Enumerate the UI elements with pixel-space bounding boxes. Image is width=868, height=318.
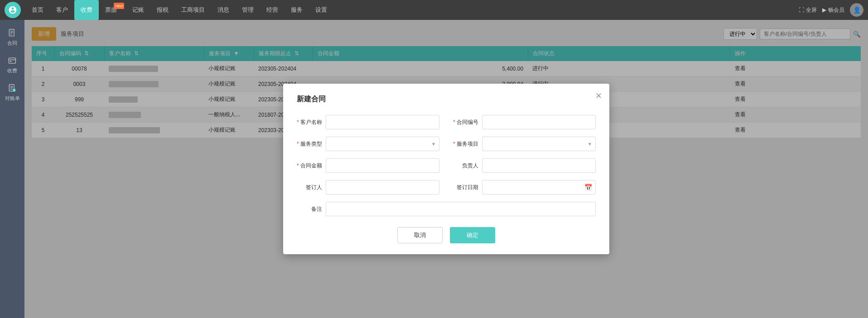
contract-icon (7, 28, 17, 38)
member-button[interactable]: ▶ 畅会员 (822, 6, 844, 14)
left-sidebar: 合同 收费 $ (0, 20, 24, 318)
label-service-item: 服务项目 (453, 140, 478, 148)
user-avatar[interactable]: 👤 (850, 3, 863, 17)
nav-tax[interactable]: 报税 (150, 0, 175, 20)
label-service-type: 服务类型 (297, 140, 322, 148)
modal-footer: 取消 确定 (297, 227, 596, 243)
confirm-button[interactable]: 确定 (450, 227, 495, 243)
calendar-icon[interactable]: 📅 (584, 184, 592, 191)
input-contract-no[interactable] (482, 115, 596, 129)
sidebar-item-statement[interactable]: $ 对账单 (1, 80, 24, 105)
input-contract-amount[interactable]: 0.00 (326, 158, 439, 173)
sidebar-item-billing[interactable]: 收费 (1, 52, 24, 78)
label-contract-amount: 合同金额 (297, 162, 322, 170)
sidebar-item-contract[interactable]: 合同 (1, 24, 24, 50)
field-signer: 签订人 (297, 180, 439, 195)
nav-operation[interactable]: 经营 (260, 0, 285, 20)
select-service-item[interactable] (482, 137, 596, 151)
label-responsible: 负责人 (453, 162, 478, 170)
nav-invoice[interactable]: 票据 new (99, 0, 126, 20)
new-badge: new (114, 3, 124, 9)
sidebar-label-statement: 对账单 (5, 95, 20, 102)
form-grid: 客户名称 合同编号 服务类型 服务项目 (297, 115, 596, 216)
nav-service[interactable]: 服务 (285, 0, 309, 20)
field-sign-date: 签订日期 2023-06-06 📅 (453, 180, 596, 195)
input-responsible[interactable] (482, 158, 596, 173)
nav-right-actions: ⛶ 全屏 ▶ 畅会员 👤 (799, 3, 863, 17)
select-service-type[interactable] (326, 137, 439, 151)
modal-close-button[interactable]: ✕ (595, 91, 602, 101)
input-signer[interactable] (326, 180, 439, 195)
label-sign-date: 签订日期 (453, 184, 478, 191)
main-content: 新增 服务项目 进行中 已结束 全部 🔍 序号 合同编码 ⇅ (24, 20, 868, 318)
input-client-name[interactable] (326, 115, 439, 129)
field-client-name: 客户名称 (297, 115, 439, 129)
main-area: 合同 收费 $ (0, 20, 868, 318)
app-logo (5, 2, 21, 18)
nav-client[interactable]: 客户 (50, 0, 74, 20)
new-contract-modal: ✕ 新建合同 客户名称 合同编号 服务类型 (283, 84, 609, 254)
nav-home[interactable]: 首页 (25, 0, 50, 20)
label-client-name: 客户名称 (297, 119, 322, 126)
svg-rect-6 (10, 61, 11, 62)
sidebar-label-contract: 合同 (7, 40, 17, 47)
label-remark: 备注 (297, 205, 322, 213)
statement-icon: $ (7, 83, 17, 93)
label-contract-no: 合同编号 (453, 119, 478, 126)
sidebar-label-billing: 收费 (7, 67, 17, 74)
field-service-type: 服务类型 (297, 137, 439, 151)
nav-admin[interactable]: 管理 (236, 0, 260, 20)
nav-bookkeeping[interactable]: 记账 (126, 0, 150, 20)
label-signer: 签订人 (297, 184, 322, 191)
nav-message[interactable]: 消息 (211, 0, 236, 20)
nav-business[interactable]: 工商项目 (175, 0, 211, 20)
field-service-item: 服务项目 (453, 137, 596, 151)
nav-settings[interactable]: 设置 (309, 0, 333, 20)
cancel-button[interactable]: 取消 (397, 227, 443, 243)
svg-rect-4 (9, 58, 16, 63)
field-remark: 备注 (297, 202, 596, 216)
top-navigation: 首页 客户 收费 票据 new 记账 报税 工商项目 消息 管理 经营 服务 设… (0, 0, 868, 20)
select-wrapper-service-item (482, 137, 596, 151)
fullscreen-button[interactable]: ⛶ 全屏 (799, 6, 817, 14)
modal-overlay: ✕ 新建合同 客户名称 合同编号 服务类型 (24, 20, 868, 318)
field-responsible: 负责人 (453, 158, 596, 173)
input-sign-date[interactable]: 2023-06-06 (482, 180, 596, 195)
billing-icon (7, 56, 17, 66)
svg-text:$: $ (14, 89, 15, 92)
field-contract-amount: 合同金额 0.00 (297, 158, 439, 173)
date-input-wrapper: 2023-06-06 📅 (482, 180, 596, 195)
nav-billing[interactable]: 收费 (74, 0, 99, 20)
select-wrapper-service-type (326, 137, 439, 151)
modal-title: 新建合同 (297, 95, 596, 104)
field-contract-no: 合同编号 (453, 115, 596, 129)
input-remark[interactable] (326, 202, 596, 216)
nav-menu: 首页 客户 收费 票据 new 记账 报税 工商项目 消息 管理 经营 服务 设… (25, 0, 799, 20)
